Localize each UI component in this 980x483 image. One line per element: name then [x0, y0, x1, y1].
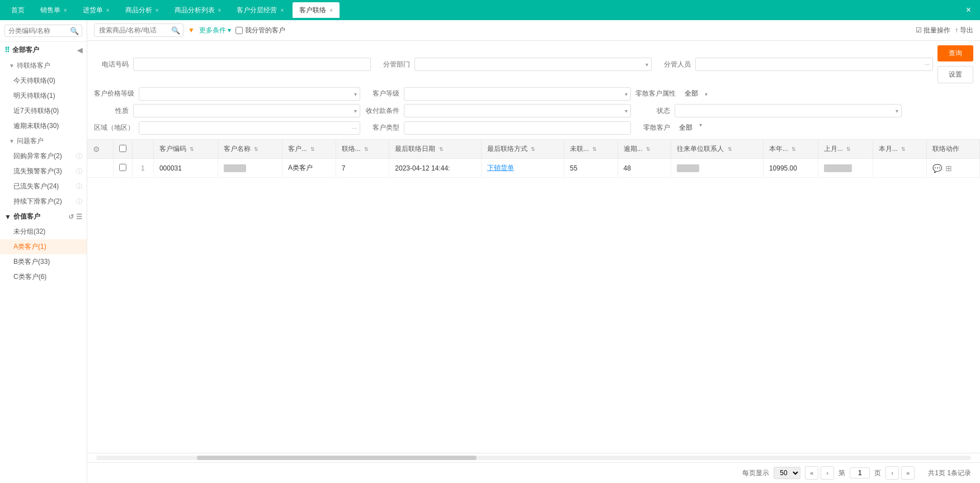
table-settings-gear-icon[interactable]: ⚙	[93, 145, 100, 154]
sidebar-item-today-contact[interactable]: 今天待联络(0)	[0, 73, 87, 88]
col-unit-contact[interactable]: 往来单位联系人 ⇅	[671, 140, 764, 159]
export-button[interactable]: ↑ 导出	[955, 26, 973, 35]
chat-icon[interactable]: 💬	[932, 164, 942, 173]
col-overdue-sort-icon[interactable]: ⇅	[646, 146, 651, 152]
customer-type-input[interactable]	[404, 121, 631, 135]
col-code[interactable]: 客户编码 ⇅	[153, 140, 218, 159]
sidebar-item-declining[interactable]: 持续下滑客户(2) ⓘ	[0, 194, 87, 209]
person-ellipsis-icon[interactable]: ···	[925, 61, 930, 68]
add-group-icon[interactable]: ☰	[76, 213, 82, 221]
select-all-checkbox[interactable]	[119, 145, 126, 152]
col-settings[interactable]: ⚙	[87, 140, 113, 159]
filter-search-icon[interactable]: 🔍	[171, 26, 180, 35]
horizontal-scrollbar[interactable]	[87, 453, 980, 462]
page-unit: 页	[872, 468, 883, 478]
col-select-all[interactable]	[113, 140, 132, 159]
sidebar-problem-customers-group[interactable]: ▼ 问题客户	[0, 134, 87, 149]
close-product-analysis-list-icon[interactable]: ×	[218, 7, 222, 13]
dept-select[interactable]	[414, 58, 652, 71]
nature-select[interactable]	[133, 104, 360, 117]
close-customer-tier-icon[interactable]: ×	[280, 7, 284, 13]
close-purchase-order-icon[interactable]: ×	[106, 7, 110, 13]
sidebar-item-ungrouped[interactable]: 未分组(32)	[0, 224, 87, 239]
last-contact-way-link[interactable]: 下销货单	[487, 164, 514, 172]
close-product-analysis-icon[interactable]: ×	[156, 7, 159, 13]
status-select[interactable]	[675, 104, 902, 117]
col-no-contact-sort-icon[interactable]: ⇅	[592, 146, 597, 152]
sidebar-item-tomorrow-contact[interactable]: 明天待联络(1)	[0, 88, 87, 103]
batch-operation-button[interactable]: ☑ 批量操作	[916, 26, 950, 35]
col-this-month-sort-icon[interactable]: ⇅	[901, 146, 906, 152]
phone-input[interactable]	[133, 58, 371, 71]
col-this-year-sort-icon[interactable]: ⇅	[791, 146, 796, 152]
tab-product-analysis[interactable]: 商品分析 ×	[119, 2, 166, 18]
price-grade-select[interactable]	[139, 87, 360, 101]
tab-sales-order[interactable]: 销售单 ×	[34, 2, 74, 18]
col-overdue[interactable]: 逾期... ⇅	[618, 140, 671, 159]
close-sales-order-icon[interactable]: ×	[64, 7, 67, 13]
col-last-month-sort-icon[interactable]: ⇅	[846, 146, 851, 152]
col-type-sort-icon[interactable]: ⇅	[310, 146, 315, 152]
col-name[interactable]: 客户名称 ⇅	[218, 140, 282, 159]
tab-purchase-order[interactable]: 进货单 ×	[76, 2, 116, 18]
sidebar-item-repurchase-abnormal[interactable]: 回购异常客户(2) ⓘ	[0, 149, 87, 164]
col-unit-contact-sort-icon[interactable]: ⇅	[728, 146, 732, 152]
first-page-button[interactable]: «	[805, 466, 818, 480]
search-input[interactable]	[94, 23, 183, 37]
col-last-contact-way-sort-icon[interactable]: ⇅	[531, 146, 535, 152]
settings-button[interactable]: 设置	[937, 66, 973, 83]
tab-product-analysis-list[interactable]: 商品分析列表 ×	[168, 2, 228, 18]
sidebar-item-class-a[interactable]: A类客户(1)	[0, 239, 87, 254]
region-ellipsis-icon[interactable]: ···	[352, 125, 357, 131]
sidebar-all-customers-header[interactable]: ⠿ 全部客户 ◀	[0, 42, 87, 58]
tab-customer-contact[interactable]: 客户联络 ×	[293, 2, 340, 18]
col-last-month[interactable]: 上月... ⇅	[818, 140, 873, 159]
col-code-sort-icon[interactable]: ⇅	[190, 146, 194, 152]
sidebar-item-churn-warning[interactable]: 流失预警客户(3) ⓘ	[0, 164, 87, 179]
my-customers-checkbox-label[interactable]: 我分管的客户	[235, 26, 285, 35]
content-area: 🔍 ▼ 更多条件 ▾ 我分管的客户 ☑ 批量操作 ↑ 导出	[87, 20, 980, 483]
my-customers-checkbox[interactable]	[235, 27, 243, 34]
query-button[interactable]: 查询	[937, 45, 973, 61]
customer-grade-select[interactable]	[404, 87, 631, 101]
sidebar-pending-contact-group[interactable]: ▼ 待联络客户	[0, 58, 87, 73]
page-size-select[interactable]: 50	[774, 467, 800, 479]
sidebar-item-7day-contact[interactable]: 近7天待联络(0)	[0, 103, 87, 119]
row-checkbox[interactable]	[119, 164, 126, 171]
sidebar-item-class-b[interactable]: B类客户(33)	[0, 254, 87, 269]
col-last-contact-date-sort-icon[interactable]: ⇅	[439, 146, 444, 152]
region-input[interactable]	[139, 121, 360, 135]
col-contact-sort-icon[interactable]: ⇅	[364, 146, 369, 152]
col-this-month[interactable]: 本月... ⇅	[873, 140, 926, 159]
qr-icon[interactable]: ⊞	[945, 164, 952, 173]
tab-customer-tier[interactable]: 客户分层经营 ×	[230, 2, 290, 18]
scrollbar-thumb[interactable]	[197, 456, 477, 460]
sidebar-item-class-c[interactable]: C类客户(6)	[0, 269, 87, 285]
col-name-sort-icon[interactable]: ⇅	[254, 146, 258, 152]
sidebar-item-overdue-contact[interactable]: 逾期未联络(30)	[0, 119, 87, 134]
row-checkbox-cell[interactable]	[113, 159, 132, 178]
person-label: 分管人员	[656, 60, 695, 69]
refresh-icon[interactable]: ↺	[68, 213, 74, 221]
col-this-year[interactable]: 本年... ⇅	[763, 140, 818, 159]
col-type[interactable]: 客户... ⇅	[282, 140, 336, 159]
col-last-contact-date[interactable]: 最后联络日期 ⇅	[389, 140, 481, 159]
col-last-contact-way[interactable]: 最后联络方式 ⇅	[481, 140, 564, 159]
sidebar-search-icon[interactable]: 🔍	[70, 27, 79, 35]
person-input[interactable]	[695, 58, 933, 71]
row-last-contact-way-cell[interactable]: 下销货单	[481, 159, 564, 178]
prev-page-button[interactable]: ‹	[821, 466, 834, 480]
next-page-button[interactable]: ›	[885, 466, 899, 480]
last-page-button[interactable]: »	[901, 466, 915, 480]
close-all-icon[interactable]: ×	[962, 5, 976, 15]
home-tab[interactable]: 首页	[4, 2, 31, 18]
col-contact[interactable]: 联络... ⇅	[336, 140, 389, 159]
sidebar-collapse-icon[interactable]: ◀	[77, 46, 82, 54]
payment-select[interactable]	[404, 104, 631, 117]
more-conditions-button[interactable]: 更多条件 ▾	[199, 26, 231, 35]
col-no-contact[interactable]: 未联... ⇅	[564, 140, 618, 159]
page-input[interactable]	[850, 467, 870, 479]
sidebar-value-customers-group[interactable]: ▼ 价值客户 ↺ ☰	[0, 209, 87, 224]
close-customer-contact-icon[interactable]: ×	[329, 7, 333, 13]
sidebar-item-churned[interactable]: 已流失客户(24) ⓘ	[0, 179, 87, 194]
